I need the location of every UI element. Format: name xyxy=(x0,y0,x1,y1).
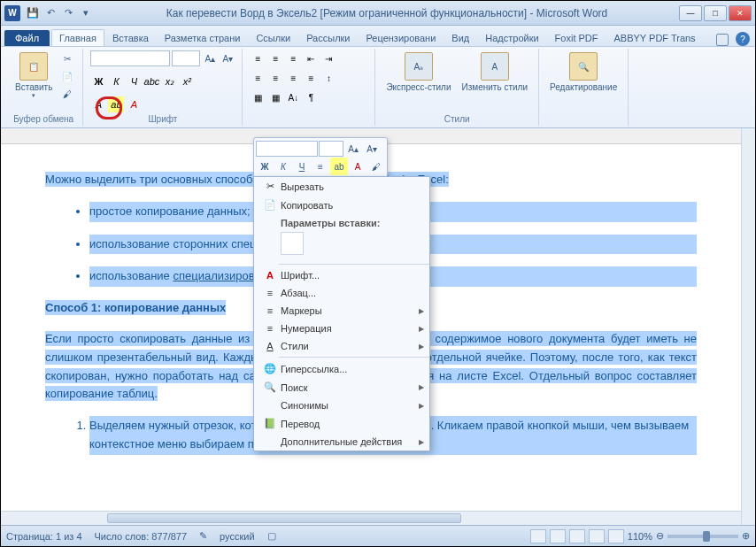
view-outline[interactable] xyxy=(589,529,605,543)
strike-button[interactable]: abc xyxy=(143,73,159,89)
menu-search[interactable]: 🔍 Поиск ▶ xyxy=(254,378,429,397)
tab-home[interactable]: Главная xyxy=(51,29,104,46)
pilcrow-icon[interactable]: ¶ xyxy=(303,89,319,105)
mini-size-select[interactable] xyxy=(319,141,343,157)
borders-icon[interactable]: ▦ xyxy=(267,89,283,105)
align-right-icon[interactable]: ≡ xyxy=(285,70,301,86)
paste-option-icon[interactable] xyxy=(281,232,304,255)
mini-align[interactable]: ≡ xyxy=(312,158,329,175)
view-print-layout[interactable] xyxy=(530,529,546,543)
tab-insert[interactable]: Вставка xyxy=(104,29,157,46)
mini-highlight-icon[interactable]: ab xyxy=(330,158,348,175)
mini-font-color-icon[interactable]: A xyxy=(349,158,366,175)
tab-addins[interactable]: Надстройки xyxy=(477,29,546,46)
zoom-slider[interactable] xyxy=(667,535,738,538)
line-spacing-icon[interactable]: ↕ xyxy=(320,70,336,86)
menu-paragraph[interactable]: ≡ Абзац... xyxy=(254,284,429,302)
numbering-icon[interactable]: ≡ xyxy=(267,50,283,66)
qat-redo-icon[interactable]: ↷ xyxy=(59,4,77,22)
tab-review[interactable]: Рецензировани xyxy=(359,29,444,46)
mini-font-select[interactable] xyxy=(256,141,318,157)
menu-styles[interactable]: A Стили ▶ xyxy=(254,337,429,355)
zoom-handle[interactable] xyxy=(703,531,710,542)
bullets-menu-icon: ≡ xyxy=(259,305,281,316)
view-web[interactable] xyxy=(569,529,585,543)
menu-cut[interactable]: ✂ Вырезать xyxy=(254,177,429,196)
font-family-select[interactable] xyxy=(90,50,170,66)
align-left-icon[interactable]: ≡ xyxy=(250,70,266,86)
qat-dropdown-icon[interactable]: ▾ xyxy=(77,4,95,22)
tab-layout[interactable]: Разметка страни xyxy=(157,29,249,46)
ribbon-minimize-icon[interactable] xyxy=(716,34,729,46)
underline-button[interactable]: Ч xyxy=(126,73,142,89)
qat-save-icon[interactable]: 💾 xyxy=(24,4,42,22)
status-page[interactable]: Страница: 1 из 4 xyxy=(6,531,82,542)
sort-icon[interactable]: A↓ xyxy=(285,89,301,105)
shading-icon[interactable]: ▦ xyxy=(250,89,266,105)
quick-styles-label: Экспресс-стили xyxy=(386,82,451,92)
format-painter-icon[interactable]: 🖌 xyxy=(59,86,75,102)
mini-bold[interactable]: Ж xyxy=(256,158,274,175)
quick-styles-button[interactable]: Aₐ Экспресс-стили xyxy=(382,50,454,94)
zoom-in-button[interactable]: ⊕ xyxy=(742,530,750,542)
tab-foxit[interactable]: Foxit PDF xyxy=(547,29,606,46)
font-size-select[interactable] xyxy=(172,50,200,66)
menu-translate[interactable]: 📗 Перевод xyxy=(254,414,429,433)
help-icon[interactable]: ? xyxy=(736,32,750,46)
file-tab[interactable]: Файл xyxy=(4,30,50,46)
italic-button[interactable]: К xyxy=(108,73,124,89)
bullet-1[interactable]: простое копирование данных; xyxy=(89,204,251,218)
paste-button[interactable]: 📋 Вставить ▾ xyxy=(12,50,56,101)
vertical-scrollbar[interactable] xyxy=(741,128,755,525)
font-color-icon[interactable]: A xyxy=(126,96,142,112)
bold-button[interactable]: Ж xyxy=(90,73,106,89)
indent-inc-icon[interactable]: ⇥ xyxy=(320,50,336,66)
horizontal-scrollbar[interactable] xyxy=(1,511,741,525)
multilevel-icon[interactable]: ≡ xyxy=(285,50,301,66)
indent-dec-icon[interactable]: ⇤ xyxy=(303,50,319,66)
menu-extra[interactable]: Дополнительные действия ▶ xyxy=(254,433,429,451)
subscript-button[interactable]: x₂ xyxy=(161,73,177,89)
close-button[interactable]: ✕ xyxy=(729,5,752,21)
editing-button[interactable]: 🔍 Редактирование xyxy=(546,50,621,94)
bullets-icon[interactable]: ≡ xyxy=(250,50,266,66)
mini-italic[interactable]: К xyxy=(274,158,292,175)
view-full-read[interactable] xyxy=(550,529,566,543)
menu-hyperlink[interactable]: 🌐 Гиперссылка... xyxy=(254,359,429,378)
tab-view[interactable]: Вид xyxy=(444,29,477,46)
cut-icon[interactable]: ✂ xyxy=(59,50,75,66)
highlight-icon[interactable]: ab xyxy=(108,96,124,112)
status-proofing-icon[interactable]: ✎ xyxy=(199,530,207,542)
scrollbar-thumb[interactable] xyxy=(107,513,461,523)
mini-grow-icon[interactable]: A▴ xyxy=(344,140,362,158)
status-words[interactable]: Число слов: 877/877 xyxy=(95,531,188,542)
view-draft[interactable] xyxy=(608,529,624,543)
shrink-font-icon[interactable]: A▾ xyxy=(220,50,235,66)
minimize-button[interactable]: — xyxy=(679,5,702,21)
grow-font-icon[interactable]: A▴ xyxy=(202,50,218,66)
zoom-out-button[interactable]: ⊖ xyxy=(656,530,664,542)
align-center-icon[interactable]: ≡ xyxy=(267,70,283,86)
menu-font[interactable]: A Шрифт... xyxy=(254,266,429,284)
text-effects-icon[interactable]: A xyxy=(90,96,106,112)
menu-synonyms[interactable]: Синонимы ▶ xyxy=(254,397,429,414)
tab-references[interactable]: Ссылки xyxy=(248,29,298,46)
status-macro-icon[interactable]: ▢ xyxy=(267,530,276,542)
zoom-level[interactable]: 110% xyxy=(628,531,652,542)
menu-bullets[interactable]: ≡ Маркеры ▶ xyxy=(254,302,429,320)
qat-undo-icon[interactable]: ↶ xyxy=(42,4,59,22)
doc-heading[interactable]: Способ 1: копирование данных xyxy=(45,300,226,315)
mini-format-painter-icon[interactable]: 🖌 xyxy=(367,158,385,175)
menu-numbering[interactable]: ≡ Нумерация ▶ xyxy=(254,320,429,337)
superscript-button[interactable]: x² xyxy=(179,73,195,89)
tab-abbyy[interactable]: ABBYY PDF Trans xyxy=(606,29,704,46)
mini-shrink-icon[interactable]: A▾ xyxy=(363,140,381,158)
tab-mailings[interactable]: Рассылки xyxy=(298,29,358,46)
maximize-button[interactable]: □ xyxy=(704,5,727,21)
menu-copy[interactable]: 📄 Копировать xyxy=(254,196,429,214)
status-language[interactable]: русский xyxy=(220,531,254,542)
justify-icon[interactable]: ≡ xyxy=(303,70,319,86)
change-styles-button[interactable]: A Изменить стили xyxy=(459,50,531,94)
mini-underline[interactable]: Ч xyxy=(293,158,311,175)
copy-icon[interactable]: 📄 xyxy=(59,68,75,84)
